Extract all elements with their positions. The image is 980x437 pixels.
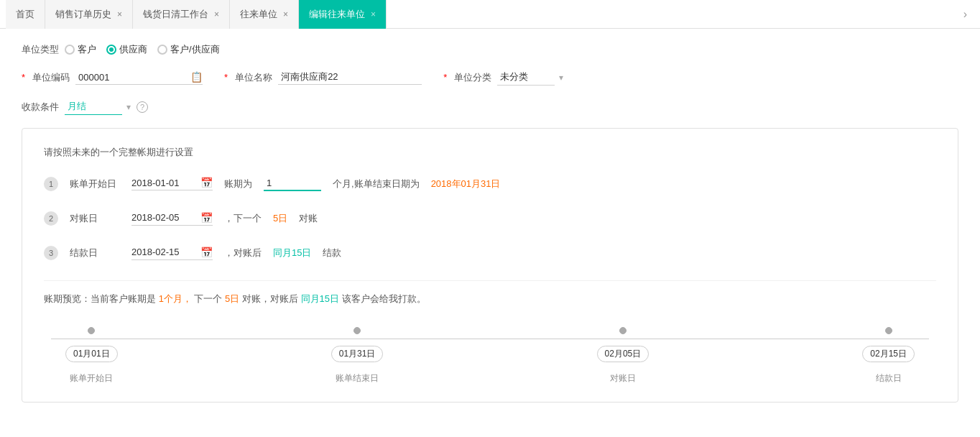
period-date-input-1[interactable]: [131, 178, 196, 188]
timeline-point-3: 02月05日 对账日: [597, 327, 650, 385]
period-label-1: 账单开始日: [70, 178, 120, 190]
period-row-2: 2 对账日 📅 ，下一个 5日 对账: [44, 211, 936, 226]
radio-customer-label: 客户: [78, 43, 96, 56]
tab-cash-label: 钱货日清工作台: [143, 8, 208, 21]
tab-sales-history[interactable]: 销售订单历史 ×: [45, 0, 133, 29]
calendar-icon-2[interactable]: 📅: [200, 212, 213, 224]
payment-value[interactable]: 月结: [65, 98, 122, 115]
tab-edit-partner-close[interactable]: ×: [371, 9, 376, 19]
unit-code-input-wrapper: 📋: [75, 70, 203, 85]
preview-text: 账期预览：当前客户账期是 1个月， 下一个 5日 对账，对账后 同月15日 该客…: [44, 293, 936, 305]
tab-partner[interactable]: 往来单位 ×: [230, 0, 299, 29]
calendar-icon-1[interactable]: 📅: [200, 177, 213, 188]
timeline-badge-3: 02月05日: [597, 346, 650, 362]
preview-section: 账期预览：当前客户账期是 1个月， 下一个 5日 对账，对账后 同月15日 该客…: [44, 280, 936, 385]
period-date-1: 📅: [131, 177, 213, 190]
month-input[interactable]: [264, 176, 321, 191]
period-num-2: 2: [44, 211, 58, 226]
payment-chevron[interactable]: ▾: [126, 102, 131, 112]
tab-partner-label: 往来单位: [240, 8, 277, 21]
period-label-2: 对账日: [70, 212, 120, 225]
unit-category-chevron[interactable]: ▾: [559, 73, 563, 83]
preview-highlight2: 5日: [225, 293, 239, 304]
period-month-unit: 个月,账单结束日期为: [333, 178, 420, 190]
unit-name-label: 单位名称: [235, 71, 272, 84]
timeline-label-1: 账单开始日: [70, 372, 113, 385]
payment-select: 月结 ▾: [65, 98, 131, 115]
period-row3-prefix: ，对账后: [224, 247, 262, 259]
period-num-1: 1: [44, 177, 58, 191]
tab-bar: 首页 销售订单历史 × 钱货日清工作台 × 往来单位 × 编辑往来单位 × ›: [0, 0, 980, 29]
preview-text4: 该客户会给我打款。: [342, 293, 426, 304]
unit-code-calendar-icon[interactable]: 📋: [190, 71, 203, 83]
timeline-label-3: 对账日: [610, 372, 636, 385]
timeline-badge-4: 02月15日: [862, 346, 915, 362]
timeline-label-2: 账单结束日: [336, 372, 379, 385]
timeline-point-1: 01月01日 账单开始日: [65, 327, 118, 385]
payment-group: 收款条件 月结 ▾ ?: [22, 98, 148, 115]
period-date-3: 📅: [131, 247, 213, 260]
payment-row: 收款条件 月结 ▾ ?: [22, 98, 958, 115]
timeline-wrapper: 01月01日 账单开始日 01月31日 账单结束日: [44, 327, 936, 385]
unit-category-value: 未分类: [497, 69, 555, 86]
unit-info-row: * 单位编码 📋 * 单位名称 * 单位分类 未分类 ▾: [22, 69, 958, 86]
radio-supplier-label: 供应商: [119, 43, 147, 56]
unit-type-group: 单位类型 客户 供应商 客户/供应商: [22, 43, 220, 56]
radio-customer-circle: [65, 45, 75, 55]
period-for-label: 账期为: [224, 178, 252, 190]
radio-both-circle: [157, 45, 167, 55]
timeline-badge-1: 01月01日: [65, 346, 118, 362]
tab-home-label: 首页: [16, 8, 34, 21]
calendar-icon-3[interactable]: 📅: [200, 247, 213, 258]
tab-cash-close[interactable]: ×: [214, 9, 219, 19]
tab-home[interactable]: 首页: [6, 0, 45, 29]
unit-category-label: 单位分类: [454, 71, 491, 84]
unit-code-input[interactable]: [75, 70, 190, 84]
preview-text2: 下一个: [194, 293, 222, 304]
card-title: 请按照未来的一个完整帐期进行设置: [44, 146, 936, 159]
preview-highlight3: 同月15日: [301, 293, 339, 304]
period-row-1: 1 账单开始日 📅 账期为 个月,账单结束日期为 2018年01月31日: [44, 176, 936, 191]
timeline-points: 01月01日 账单开始日 01月31日 账单结束日: [65, 327, 915, 385]
period-row3-highlight: 同月15日: [273, 247, 311, 259]
radio-customer[interactable]: 客户: [65, 43, 96, 56]
main-content: 单位类型 客户 供应商 客户/供应商 * 单位编码: [0, 29, 980, 437]
unit-code-star: *: [22, 72, 25, 83]
period-row2-suffix: 对账: [299, 212, 318, 225]
period-label-3: 结款日: [70, 247, 120, 259]
unit-category-group: * 单位分类 未分类 ▾: [443, 69, 563, 86]
radio-supplier-circle: [106, 45, 116, 55]
tab-sales-close[interactable]: ×: [117, 9, 122, 19]
timeline-dot-4: [885, 327, 892, 334]
timeline-label-4: 结款日: [876, 372, 902, 385]
period-row2-prefix: ，下一个: [224, 212, 262, 225]
timeline-dot-3: [619, 327, 627, 334]
period-date-input-2[interactable]: [131, 212, 196, 223]
tab-cash-work[interactable]: 钱货日清工作台 ×: [133, 0, 230, 29]
period-date-2: 📅: [131, 212, 213, 226]
tab-more-arrow[interactable]: ›: [956, 8, 974, 21]
radio-both[interactable]: 客户/供应商: [157, 43, 220, 56]
radio-both-label: 客户/供应商: [170, 43, 220, 56]
tab-edit-partner-label: 编辑往来单位: [309, 8, 365, 21]
period-end-date: 2018年01月31日: [431, 178, 501, 190]
period-row-3: 3 结款日 📅 ，对账后 同月15日 结款: [44, 246, 936, 260]
tab-sales-label: 销售订单历史: [55, 8, 111, 21]
unit-name-star: *: [224, 72, 228, 83]
radio-group: 客户 供应商 客户/供应商: [65, 43, 220, 56]
payment-label: 收款条件: [22, 101, 59, 114]
unit-type-label: 单位类型: [22, 43, 59, 56]
preview-text3: 对账，对账后: [242, 293, 301, 304]
period-num-3: 3: [44, 246, 58, 260]
radio-supplier[interactable]: 供应商: [106, 43, 147, 56]
unit-cat-star: *: [443, 72, 447, 83]
unit-name-input[interactable]: [278, 70, 422, 85]
preview-label: 账期预览：当前客户账期是: [44, 293, 156, 304]
timeline-point-2: 01月31日 账单结束日: [331, 327, 384, 385]
period-date-input-3[interactable]: [131, 247, 196, 257]
tab-partner-close[interactable]: ×: [283, 9, 288, 19]
period-card: 请按照未来的一个完整帐期进行设置 1 账单开始日 📅 账期为 个月,账单结束日期…: [22, 128, 958, 402]
tab-edit-partner[interactable]: 编辑往来单位 ×: [299, 0, 387, 29]
period-row2-highlight: 5日: [273, 212, 287, 225]
payment-help-icon[interactable]: ?: [137, 101, 148, 113]
